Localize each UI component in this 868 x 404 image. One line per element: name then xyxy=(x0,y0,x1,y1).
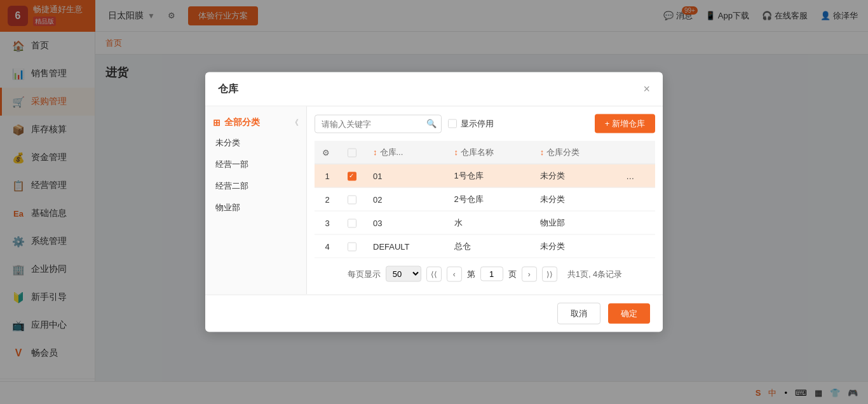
table-row[interactable]: 3 03 水 物业部 xyxy=(315,211,655,234)
row-category: 未分类 xyxy=(532,234,618,258)
show-disabled-label: 显示停用 xyxy=(461,118,494,130)
modal-title: 仓库 xyxy=(218,83,238,96)
th-category: ↕仓库分类 xyxy=(532,141,618,165)
row-actions xyxy=(618,187,655,211)
row-code: DEFAULT xyxy=(365,234,447,258)
show-disabled-wrap: 显示停用 xyxy=(448,118,494,130)
row-actions: … xyxy=(618,164,655,187)
first-page-button[interactable]: ⟨⟨ xyxy=(426,266,442,281)
th-actions-empty xyxy=(618,141,655,165)
row-name: 水 xyxy=(447,211,532,234)
row-number: 2 xyxy=(315,187,340,211)
warehouse-modal: 仓库 × ⊞ 全部分类 《 未分类 经营一部 经营二部 物业部 🔍 xyxy=(205,72,663,332)
category-all-header[interactable]: ⊞ 全部分类 《 xyxy=(205,113,306,132)
last-page-button[interactable]: ⟩⟩ xyxy=(542,266,557,281)
th-code: ↕仓库... xyxy=(365,141,447,165)
table-row[interactable]: 2 02 2号仓库 未分类 xyxy=(315,187,655,211)
category-item-property[interactable]: 物业部 xyxy=(205,197,306,219)
row-code: 01 xyxy=(365,164,447,187)
search-icon[interactable]: 🔍 xyxy=(426,119,437,128)
show-disabled-checkbox[interactable] xyxy=(448,119,457,128)
collapse-icon: 《 xyxy=(291,117,299,128)
category-panel: ⊞ 全部分类 《 未分类 经营一部 经营二部 物业部 xyxy=(205,107,307,295)
th-name: ↕仓库名称 xyxy=(447,141,532,165)
row-number: 1 xyxy=(315,164,340,187)
row-checkbox[interactable] xyxy=(348,242,356,251)
modal-header: 仓库 × xyxy=(205,72,663,107)
modal-close-button[interactable]: × xyxy=(643,83,650,96)
category-item-dept2[interactable]: 经营二部 xyxy=(205,175,306,197)
row-checkbox-cell xyxy=(340,187,365,211)
row-number: 4 xyxy=(315,234,340,258)
content-panel: 🔍 显示停用 + 新增仓库 ⚙ ↕仓库... ↕仓库名称 xyxy=(307,107,663,295)
row-checkbox[interactable] xyxy=(348,219,356,227)
select-all-checkbox[interactable] xyxy=(348,148,356,157)
cancel-button[interactable]: 取消 xyxy=(557,303,600,325)
page-label2: 页 xyxy=(508,268,517,279)
row-checkbox-cell xyxy=(340,234,365,258)
row-code: 03 xyxy=(365,211,447,234)
row-category: 未分类 xyxy=(532,164,618,187)
th-settings: ⚙ xyxy=(315,141,340,165)
prev-page-button[interactable]: ‹ xyxy=(447,266,462,281)
row-name: 1号仓库 xyxy=(447,164,532,187)
row-number: 3 xyxy=(315,211,340,234)
page-input[interactable] xyxy=(480,267,503,281)
confirm-button[interactable]: 确定 xyxy=(608,304,650,324)
warehouse-table: ⚙ ↕仓库... ↕仓库名称 ↕仓库分类 1 01 1号仓库 未分类 … xyxy=(315,141,655,259)
page-size-select[interactable]: 50 10 20 100 xyxy=(386,266,421,282)
row-checkbox[interactable] xyxy=(348,172,356,180)
row-checkbox[interactable] xyxy=(348,195,356,204)
grid-icon: ⊞ xyxy=(213,118,220,128)
search-wrap: 🔍 xyxy=(315,114,442,133)
row-name: 总仓 xyxy=(447,234,532,258)
category-all-label: 全部分类 xyxy=(224,117,260,128)
category-item-unclassified[interactable]: 未分类 xyxy=(205,132,306,154)
page-size-label: 每页显示 xyxy=(348,268,381,279)
modal-footer: 取消 确定 xyxy=(205,295,663,332)
row-actions xyxy=(618,211,655,234)
row-category: 未分类 xyxy=(532,187,618,211)
add-warehouse-button[interactable]: + 新增仓库 xyxy=(595,114,655,133)
modal-body: ⊞ 全部分类 《 未分类 经营一部 经营二部 物业部 🔍 显示停用 xyxy=(205,107,663,295)
row-code: 02 xyxy=(365,187,447,211)
page-label: 第 xyxy=(467,268,475,279)
row-checkbox-cell xyxy=(340,211,365,234)
row-category: 物业部 xyxy=(532,211,618,234)
pagination-bar: 每页显示 50 10 20 100 ⟨⟨ ‹ 第 页 › ⟩⟩ 共1页, 4条记… xyxy=(315,259,655,287)
table-row[interactable]: 1 01 1号仓库 未分类 … xyxy=(315,164,655,187)
row-checkbox-cell xyxy=(340,164,365,187)
th-checkbox xyxy=(340,141,365,165)
table-row[interactable]: 4 DEFAULT 总仓 未分类 xyxy=(315,234,655,258)
row-actions xyxy=(618,234,655,258)
toolbar: 🔍 显示停用 + 新增仓库 xyxy=(315,114,655,133)
search-input[interactable] xyxy=(315,114,442,133)
page-info: 共1页, 4条记录 xyxy=(567,268,623,279)
category-item-dept1[interactable]: 经营一部 xyxy=(205,154,306,175)
table-container: ⚙ ↕仓库... ↕仓库名称 ↕仓库分类 1 01 1号仓库 未分类 … xyxy=(315,141,655,259)
row-name: 2号仓库 xyxy=(447,187,532,211)
next-page-button[interactable]: › xyxy=(522,266,537,281)
